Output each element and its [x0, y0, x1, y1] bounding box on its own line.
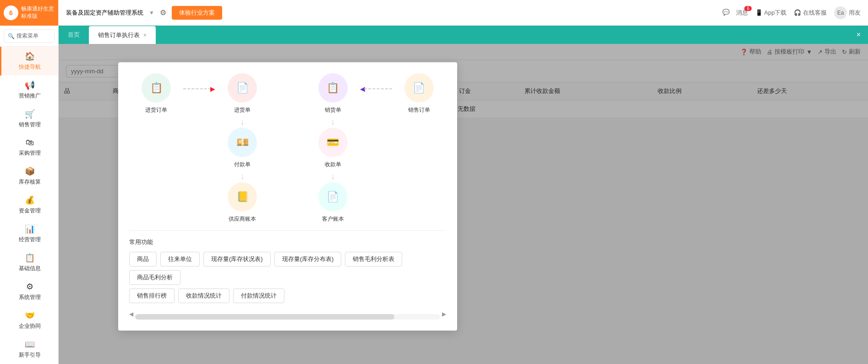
flow-node-customer-ledger[interactable]: 📄 客户账本: [306, 182, 360, 223]
dropdown-arrow-icon[interactable]: ▼: [149, 10, 154, 16]
operations-icon: 📊: [25, 224, 35, 234]
topbar-right: 💬 6 消息 📱 App下载 🎧 在线客服 Ea 用友: [722, 6, 861, 19]
tabbar: 首页 销售订单执行表 × ×: [59, 26, 868, 44]
basic-info-icon: 📋: [25, 253, 35, 263]
system-icon: ⚙: [26, 282, 33, 292]
home-icon: 🏠: [25, 51, 35, 61]
payment-icon: 💴: [228, 128, 257, 157]
message-badge[interactable]: 💬 6 消息: [722, 9, 748, 17]
receipt-icon: 💳: [318, 128, 348, 157]
sidebar-item-operations[interactable]: 📊 经营管理: [0, 219, 58, 248]
popup-scrollbar[interactable]: [135, 314, 440, 320]
sidebar-item-enterprise[interactable]: 🤝 企业协同: [0, 306, 58, 335]
phone-icon: 📱: [755, 9, 763, 16]
func-btn-payment-stat[interactable]: 付款情况统计: [233, 288, 284, 303]
flow-node-purchase-order[interactable]: 📋 进货订单: [129, 73, 183, 114]
popup-dialog: 📋 进货订单 ▶ 📄: [118, 62, 457, 331]
search-icon: 🔍: [8, 33, 15, 39]
tab-home[interactable]: 首页: [59, 26, 89, 44]
flow-node-receipt[interactable]: 💳 收款单: [306, 128, 360, 168]
message-count: 6: [744, 6, 752, 11]
inventory-icon: 📦: [25, 166, 35, 176]
flow-node-purchase-bill[interactable]: 📄 进货单: [215, 73, 269, 114]
avatar: Ea: [834, 6, 847, 19]
func-btn-stock-dist[interactable]: 现存量(库存分布表): [274, 252, 342, 266]
logo: 6 畅康通好生意 标准版: [0, 0, 58, 26]
sidebar-item-marketing[interactable]: 📢 营销推广: [0, 76, 58, 104]
sales-bill-icon: 📋: [318, 73, 348, 103]
sidebar-item-inventory[interactable]: 📦 库存核算: [0, 162, 58, 190]
flow-node-payment[interactable]: 💴 付款单: [215, 128, 270, 168]
sidebar-nav: 🏠 快捷导航 📢 营销推广 🛒 销售管理 🛍 采购管理 📦 库存核算 💰: [0, 47, 58, 364]
scrollbar-thumb: [135, 314, 394, 320]
purchase-order-icon: 📋: [142, 73, 171, 103]
sidebar-item-basic-info[interactable]: 📋 基础信息: [0, 248, 58, 277]
sidebar-item-finance[interactable]: 💰 资金管理: [0, 190, 58, 219]
experience-btn[interactable]: 体验行业方案: [172, 6, 222, 20]
common-title: 常用功能: [129, 238, 446, 246]
scroll-right-icon[interactable]: ▶: [442, 311, 446, 317]
purchase-icon: 🛍: [26, 138, 34, 147]
flow-node-sales-order[interactable]: 📄 销售订单: [392, 73, 446, 114]
online-service[interactable]: 🎧 在线客服: [794, 9, 827, 17]
username-label: 用友: [849, 9, 861, 17]
func-btn-sales-rank[interactable]: 销售排行榜: [129, 288, 175, 303]
func-btn-goods[interactable]: 商品: [129, 252, 157, 266]
logo-icon: 6: [4, 5, 18, 20]
logo-text: 畅康通好生意 标准版: [21, 5, 54, 20]
func-buttons-row1: 商品 往来单位 现存量(库存状况表) 现存量(库存分布表) 销售毛利分析表 商品…: [129, 252, 446, 285]
app-download[interactable]: 📱 App下载: [755, 9, 786, 17]
enterprise-icon: 🤝: [25, 310, 35, 321]
tab-close-icon[interactable]: ×: [143, 32, 147, 38]
message-icon: 💬: [722, 9, 730, 17]
content-area: ❓ 帮助 🖨 按模板打印 ▼ ↗ 导出 ↻ 刷新: [59, 44, 868, 364]
finance-icon: 💰: [25, 195, 35, 205]
scroll-left-icon[interactable]: ◀: [129, 311, 133, 317]
window-close-icon[interactable]: ×: [849, 31, 868, 39]
supplier-ledger-icon: 📒: [228, 182, 257, 212]
flow-node-supplier-ledger[interactable]: 📒 供应商账本: [215, 182, 270, 223]
guide-icon: 📖: [25, 339, 35, 349]
func-btn-sales-margin[interactable]: 销售毛利分析表: [345, 252, 402, 266]
sidebar-search[interactable]: 🔍 搜索菜单: [0, 26, 58, 47]
func-btn-receipt-stat[interactable]: 收款情况统计: [178, 288, 229, 303]
tab-sales-order[interactable]: 销售订单执行表 ×: [89, 26, 156, 44]
search-menu-btn[interactable]: 🔍 搜索菜单: [4, 29, 55, 43]
sidebar-item-quick-nav[interactable]: 🏠 快捷导航: [0, 47, 58, 76]
flow-node-sales-bill[interactable]: 📋 销货单: [306, 73, 360, 114]
settings-icon[interactable]: ⚙: [160, 8, 166, 17]
customer-ledger-icon: 📄: [318, 182, 348, 212]
sidebar-item-system[interactable]: ⚙ 系统管理: [0, 277, 58, 306]
func-btn-goods-margin[interactable]: 商品毛利分析: [129, 270, 180, 285]
func-btn-stock-status[interactable]: 现存量(库存状况表): [203, 252, 271, 266]
sidebar-item-sales[interactable]: 🛒 销售管理: [0, 104, 58, 133]
main-area: 装备及固定资产辅助管理系统 ▼ ⚙ 体验行业方案 💬 6 消息 📱 App下载 …: [59, 0, 868, 364]
sidebar-item-purchase[interactable]: 🛍 采购管理: [0, 133, 58, 162]
popup-scrollbar-container: ◀ ▶: [129, 309, 446, 320]
sidebar: 6 畅康通好生意 标准版 🔍 搜索菜单 🏠 快捷导航 📢 营销推广 🛒: [0, 0, 59, 364]
sales-icon: 🛒: [25, 109, 35, 119]
purchase-bill-icon: 📄: [228, 73, 257, 103]
common-functions-section: 常用功能 商品 往来单位 现存量(库存状况表) 现存量(库存分布表) 销售毛利分…: [129, 230, 446, 303]
sales-order-icon: 📄: [404, 73, 434, 103]
topbar: 装备及固定资产辅助管理系统 ▼ ⚙ 体验行业方案 💬 6 消息 📱 App下载 …: [59, 0, 868, 26]
marketing-icon: 📢: [25, 80, 35, 90]
sidebar-item-guide[interactable]: 📖 新手引导: [0, 335, 58, 364]
user-menu[interactable]: Ea 用友: [834, 6, 861, 19]
system-title: 装备及固定资产辅助管理系统: [66, 9, 143, 17]
func-buttons-row2: 销售排行榜 收款情况统计 付款情况统计: [129, 288, 446, 303]
headset-icon: 🎧: [794, 9, 801, 16]
func-btn-partners[interactable]: 往来单位: [160, 252, 200, 266]
